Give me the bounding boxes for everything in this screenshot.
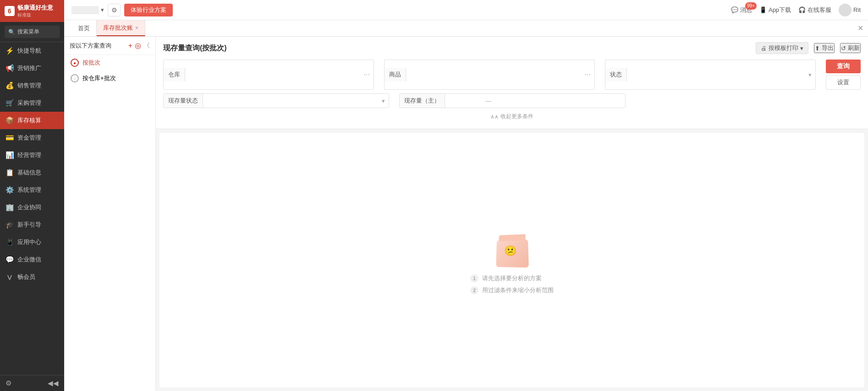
tab-inventory-batch[interactable]: 库存批次账 × xyxy=(97,20,145,36)
sidebar-item-label: 采购管理 xyxy=(17,99,41,107)
sidebar-item-newbie[interactable]: 🎓 新手引导 xyxy=(0,216,64,234)
app-logo: 6 xyxy=(5,6,15,16)
sidebar: 6 畅康通好生意 标准版 🔍 搜索菜单 ⚡ 快捷导航 📢 营销推广 💰 销售管理… xyxy=(0,0,64,391)
search-menu-button[interactable]: 🔍 搜索菜单 xyxy=(5,26,60,38)
empty-hint-1: 1 请先选择要分析的方案 xyxy=(470,274,554,282)
collapse-panel-button[interactable]: 《 xyxy=(143,41,150,50)
tab-home-label: 首页 xyxy=(78,24,90,33)
left-panel: 按以下方案查询 + ◎ 《 ● 按批次 ○ 按仓库+批次 xyxy=(64,37,156,391)
sidebar-item-basic[interactable]: 📋 基础信息 xyxy=(0,164,64,181)
sidebar-search-area: 🔍 搜索菜单 xyxy=(0,22,64,42)
query-button[interactable]: 查询 xyxy=(826,60,861,73)
sidebar-item-label: 基础信息 xyxy=(17,168,41,177)
scheme-batch-label: 按批次 xyxy=(82,59,100,67)
topbar-right: 💬 消息 99+ 📱 App下载 🎧 在线客服 Rit xyxy=(731,4,861,16)
online-service-label: 在线客服 xyxy=(808,6,831,14)
print-icon: 🖨 xyxy=(761,45,767,52)
newbie-icon: 🎓 xyxy=(5,221,14,229)
message-icon: 💬 xyxy=(731,6,738,13)
settings-button[interactable]: 设置 xyxy=(826,75,861,90)
search-icon: 🔍 xyxy=(8,29,15,35)
topbar-dropdown[interactable]: ▾ xyxy=(71,6,104,14)
messages-button[interactable]: 💬 消息 99+ xyxy=(731,6,752,14)
inventory-status-label: 现存量状态 xyxy=(164,94,203,108)
scheme-by-warehouse-batch[interactable]: ○ 按仓库+批次 xyxy=(64,71,155,86)
product-more-icon[interactable]: ··· xyxy=(581,68,594,81)
chevron-up-icon: ∧∧ xyxy=(490,114,499,120)
add-scheme-button[interactable]: + xyxy=(128,41,132,50)
search-menu-label: 搜索菜单 xyxy=(17,28,39,36)
status-field: 状态 ▾ xyxy=(605,60,816,90)
hint-text-2: 用过滤条件来缩小分析范围 xyxy=(482,286,554,294)
sidebar-item-wechat[interactable]: 💬 企业微信 xyxy=(0,251,64,268)
system-icon: ⚙️ xyxy=(5,186,14,194)
scheme-wh-batch-label: 按仓库+批次 xyxy=(82,74,116,82)
collapse-more-conditions[interactable]: ∧∧ 收起更多条件 xyxy=(163,110,861,123)
status-input[interactable] xyxy=(627,69,805,81)
product-input[interactable] xyxy=(406,69,581,81)
quantity-max-input[interactable] xyxy=(495,95,532,107)
quantity-dash: — xyxy=(482,98,495,104)
online-service-button[interactable]: 🎧 在线客服 xyxy=(798,6,831,14)
sidebar-item-label: 企业微信 xyxy=(17,255,41,264)
download-icon: 📱 xyxy=(759,6,767,13)
product-label: 商品 xyxy=(385,68,406,81)
user-name: Rit xyxy=(853,6,861,13)
sidebar-item-label: 资金管理 xyxy=(17,134,41,142)
app-subtitle: 标准版 xyxy=(17,12,53,18)
export-icon: ⬆ xyxy=(815,45,820,52)
collapse-sidebar-button[interactable]: ◀◀ xyxy=(48,379,59,387)
sidebar-item-purchase[interactable]: 🛒 采购管理 xyxy=(0,94,64,112)
sidebar-item-system[interactable]: ⚙️ 系统管理 xyxy=(0,181,64,199)
close-all-tabs-button[interactable]: ✕ xyxy=(857,24,863,33)
settings-footer-button[interactable]: ⚙ xyxy=(5,379,11,387)
apps-icon: 📱 xyxy=(5,238,14,246)
inactive-scheme-icon: ○ xyxy=(71,74,79,82)
warehouse-input[interactable] xyxy=(185,69,360,81)
tab-home[interactable]: 首页 xyxy=(71,20,97,36)
app-download-button[interactable]: 📱 App下载 xyxy=(759,6,791,14)
sidebar-item-label: 新手引导 xyxy=(17,221,41,229)
sidebar-item-marketing[interactable]: 📢 营销推广 xyxy=(0,60,64,77)
sidebar-item-vip[interactable]: V 畅会员 xyxy=(0,268,64,286)
print-button[interactable]: 🖨 按模板打印 ▾ xyxy=(756,42,808,54)
sidebar-item-inventory[interactable]: 📦 库存核算 xyxy=(0,112,64,129)
user-profile[interactable]: Rit xyxy=(839,4,861,16)
inventory-status-input[interactable] xyxy=(203,95,378,107)
service-icon: 🎧 xyxy=(798,6,806,13)
sidebar-item-finance[interactable]: 💳 资金管理 xyxy=(0,129,64,147)
sidebar-item-label: 营销推广 xyxy=(17,64,41,72)
sidebar-menu: ⚡ 快捷导航 📢 营销推广 💰 销售管理 🛒 采购管理 📦 库存核算 💳 资金管… xyxy=(0,42,64,375)
quantity-field: 现存量（主） — xyxy=(399,93,625,108)
topbar-gear-button[interactable]: ⚙ xyxy=(108,4,121,16)
status-dropdown-icon[interactable]: ▾ xyxy=(805,69,815,81)
marketing-icon: 📢 xyxy=(5,64,14,72)
wechat-icon: 💬 xyxy=(5,255,14,264)
left-panel-title: 按以下方案查询 xyxy=(70,42,111,50)
quantity-min-input[interactable] xyxy=(445,95,482,107)
export-button[interactable]: ⬆ 导出 xyxy=(814,43,835,53)
scheme-by-batch[interactable]: ● 按批次 xyxy=(64,55,155,71)
scheme-settings-button[interactable]: ◎ xyxy=(135,41,141,50)
purchase-icon: 🛒 xyxy=(5,99,14,107)
finance-icon: 💳 xyxy=(5,134,14,142)
product-field: 商品 ··· xyxy=(384,60,595,90)
sidebar-item-shortcut[interactable]: ⚡ 快捷导航 xyxy=(0,42,64,60)
inv-status-dropdown-icon[interactable]: ▾ xyxy=(378,95,389,107)
enterprise-icon: 🏢 xyxy=(5,203,14,212)
page-title: 现存量查询(按批次) xyxy=(163,43,227,53)
basic-icon: 📋 xyxy=(5,168,14,177)
inventory-status-field: 现存量状态 ▾ xyxy=(163,93,389,108)
sidebar-item-enterprise[interactable]: 🏢 企业协同 xyxy=(0,199,64,216)
tab-close-icon[interactable]: × xyxy=(135,25,138,31)
warehouse-more-icon[interactable]: ··· xyxy=(360,68,374,81)
content-area: 按以下方案查询 + ◎ 《 ● 按批次 ○ 按仓库+批次 现存量查询( xyxy=(64,37,868,391)
sidebar-item-label: 库存核算 xyxy=(17,116,41,125)
sidebar-item-sales[interactable]: 💰 销售管理 xyxy=(0,77,64,94)
trial-industry-button[interactable]: 体验行业方案 xyxy=(124,4,173,16)
left-panel-actions: + ◎ 《 xyxy=(128,41,150,50)
main-area: ▾ ⚙ 体验行业方案 💬 消息 99+ 📱 App下载 🎧 在线客服 xyxy=(64,0,868,391)
refresh-button[interactable]: ↺ 刷新 xyxy=(840,43,861,53)
sidebar-item-apps[interactable]: 📱 应用中心 xyxy=(0,234,64,251)
sidebar-item-operations[interactable]: 📊 经营管理 xyxy=(0,147,64,164)
